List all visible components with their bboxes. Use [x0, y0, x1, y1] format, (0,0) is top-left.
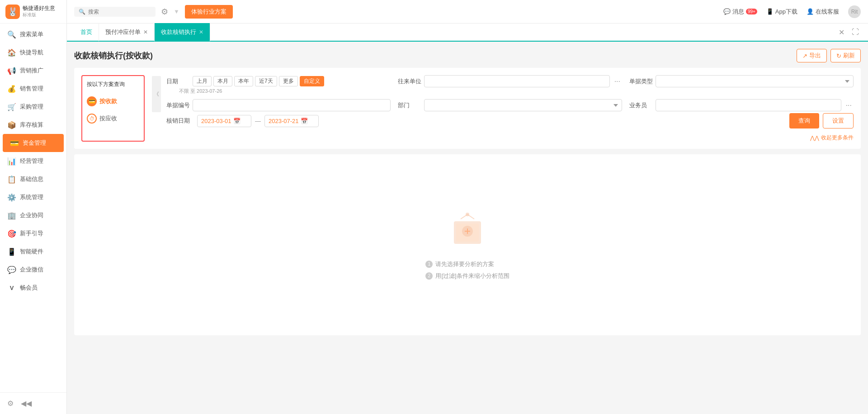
staff-dots-btn[interactable]: ···	[844, 100, 854, 111]
refresh-icon: ↻	[836, 52, 841, 59]
tabbar-actions: ✕ ⛶	[837, 26, 861, 38]
sidebar-item-operation[interactable]: 📊 经营管理	[0, 152, 66, 170]
date-btn-more[interactable]: 更多	[279, 76, 298, 86]
settings-footer-icon[interactable]: ⚙	[7, 399, 14, 408]
sidebar-item-guide[interactable]: 🎯 新手引导	[0, 224, 66, 243]
tab-home[interactable]: 首页	[74, 23, 99, 41]
doc-no-label: 单据编号	[166, 101, 190, 109]
search-icon: 🔍	[79, 9, 85, 15]
dept-select[interactable]	[424, 99, 622, 111]
sidebar-item-finance[interactable]: 💳 资金管理	[3, 134, 64, 152]
receivable-icon: ⏱	[87, 114, 97, 124]
verify-date-label: 核销日期	[166, 117, 190, 125]
marketing-icon: 📢	[7, 66, 16, 75]
sales-icon: 💰	[7, 84, 16, 93]
verify-date-end-input[interactable]: 2023-07-21 📅	[264, 115, 319, 127]
tab-home-label: 首页	[80, 28, 92, 36]
page-title: 收款核销执行(按收款)	[74, 50, 153, 61]
sidebar-item-wechat[interactable]: 💬 企业微信	[0, 261, 66, 279]
filter-option-by-receipt[interactable]: 💳 按收款	[87, 93, 139, 110]
main-content: 🔍 ⚙ ▼ 体验行业方案 💬 消息 99+ 📱 App下载 👤 在线客服 Rit	[67, 0, 868, 414]
collapse-sidebar-icon[interactable]: ◀◀	[21, 399, 32, 408]
sidebar-item-label: 企业微信	[20, 266, 43, 274]
doc-type-label: 单据类型	[629, 77, 653, 86]
sidebar-item-sales[interactable]: 💰 销售管理	[0, 80, 66, 98]
user-info[interactable]: Rit	[848, 5, 861, 18]
collapse-more-btn[interactable]: ⋀⋀ 收起更多条件	[166, 134, 854, 142]
avatar: Rit	[848, 5, 861, 18]
date-btn-this-month[interactable]: 本月	[213, 76, 232, 86]
date-btn-7days[interactable]: 近7天	[255, 76, 277, 86]
sidebar-item-basic-info[interactable]: 📋 基础信息	[0, 170, 66, 188]
tab-receive[interactable]: 收款核销执行 ✕	[155, 23, 210, 41]
doc-type-select[interactable]	[656, 75, 854, 87]
sidebar-item-marketing[interactable]: 📢 营销推广	[0, 62, 66, 80]
industry-btn[interactable]: 体验行业方案	[185, 5, 233, 19]
app-download-item[interactable]: 📱 App下载	[766, 8, 797, 16]
sidebar-item-label: 营销推广	[20, 67, 43, 75]
date-field: 日期 上月 本月 本年 近7天 更多 自定义	[166, 76, 391, 86]
export-button[interactable]: ↗ 导出	[797, 49, 827, 62]
tab-prepay-label: 预付冲应付单	[105, 28, 141, 36]
filter-collapse-btn[interactable]: 《	[152, 76, 161, 112]
tab-expand-icon[interactable]: ⛶	[850, 26, 861, 38]
dept-label: 部门	[398, 101, 421, 109]
sidebar-item-search-menu[interactable]: 🔍 搜索菜单	[0, 25, 66, 43]
sidebar-item-inventory[interactable]: 📦 库存核算	[0, 116, 66, 134]
sidebar-item-hardware[interactable]: 📱 智能硬件	[0, 243, 66, 261]
staff-field: 业务员 ···	[629, 99, 854, 111]
tab-prepay-close-icon[interactable]: ✕	[143, 29, 148, 35]
logo-text-group: 畅捷通好生意 标准版	[23, 5, 55, 19]
topbar-search[interactable]: 🔍	[74, 7, 156, 17]
date-label: 日期	[166, 77, 190, 86]
sidebar-item-label: 新手引导	[20, 229, 43, 238]
tab-receive-close-icon[interactable]: ✕	[199, 29, 203, 35]
tip-text-2: 用[过滤]条件来缩小分析范围	[435, 270, 509, 282]
date-btn-custom[interactable]: 自定义	[300, 76, 324, 86]
service-label: 在线客服	[816, 8, 839, 16]
sidebar-nav: 🔍 搜索菜单 🏠 快捷导航 📢 营销推广 💰 销售管理 🛒 采购管理 📦 库存核…	[0, 24, 66, 392]
message-icon: 💬	[723, 8, 731, 15]
sidebar-item-purchase[interactable]: 🛒 采购管理	[0, 98, 66, 116]
query-button[interactable]: 查询	[789, 113, 819, 128]
sidebar-item-label: 经营管理	[20, 157, 43, 165]
service-item[interactable]: 👤 在线客服	[807, 8, 839, 16]
sidebar-item-member[interactable]: V 畅会员	[0, 279, 66, 297]
verify-date-start-input[interactable]: 2023-03-01 📅	[197, 115, 251, 127]
empty-tip-1: 1 请先选择要分析的方案	[425, 258, 509, 270]
partner-input[interactable]	[424, 75, 610, 87]
logo-icon: 🐰	[5, 5, 20, 19]
tip-text-1: 请先选择要分析的方案	[435, 258, 494, 270]
empty-tips: 1 请先选择要分析的方案 2 用[过滤]条件来缩小分析范围	[425, 258, 509, 282]
collapse-chevron-icon: ⋀⋀	[810, 135, 819, 141]
search-input[interactable]	[88, 9, 151, 15]
sidebar-item-label: 系统管理	[20, 193, 43, 201]
purchase-icon: 🛒	[7, 102, 16, 111]
date-separator: —	[255, 118, 261, 124]
staff-input[interactable]	[656, 99, 841, 111]
sidebar-item-system[interactable]: ⚙️ 系统管理	[0, 188, 66, 206]
search-menu-icon: 🔍	[7, 30, 16, 39]
topbar-gear-icon[interactable]: ⚙	[161, 7, 168, 17]
hardware-icon: 📱	[7, 247, 16, 256]
message-label: 消息	[732, 8, 744, 16]
settings-button[interactable]: 设置	[823, 113, 854, 128]
message-item[interactable]: 💬 消息 99+	[723, 8, 757, 16]
sidebar-item-label: 企业协同	[20, 211, 43, 219]
partner-dots-btn[interactable]: ···	[613, 76, 622, 87]
filter-option-by-receivable[interactable]: ⏱ 按应收	[87, 110, 139, 127]
wechat-icon: 💬	[7, 265, 16, 274]
logo-text: 畅捷通好生意	[23, 5, 55, 12]
page-actions: ↗ 导出 ↻ 刷新	[797, 49, 861, 62]
doc-no-input[interactable]	[193, 99, 391, 111]
sidebar: 🐰 畅捷通好生意 标准版 🔍 搜索菜单 🏠 快捷导航 📢 营销推广 💰 销售管理…	[0, 0, 67, 414]
user-name: Rit	[851, 9, 858, 15]
tab-prepay[interactable]: 预付冲应付单 ✕	[99, 23, 155, 41]
date-btn-this-year[interactable]: 本年	[234, 76, 253, 86]
refresh-button[interactable]: ↻ 刷新	[830, 49, 861, 62]
sidebar-item-quick-nav[interactable]: 🏠 快捷导航	[0, 43, 66, 62]
search-form: 日期 上月 本月 本年 近7天 更多 自定义 往来单位 ···	[166, 75, 854, 142]
sidebar-item-enterprise[interactable]: 🏢 企业协同	[0, 206, 66, 224]
tab-close-window-icon[interactable]: ✕	[837, 26, 846, 38]
date-btn-last-month[interactable]: 上月	[193, 76, 212, 86]
